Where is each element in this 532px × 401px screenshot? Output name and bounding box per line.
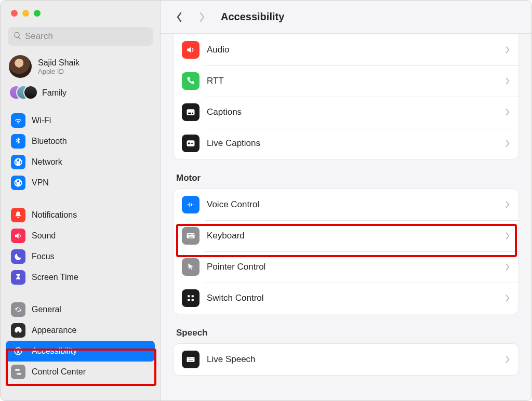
row-label: Voice Control [207, 199, 498, 210]
minimize-window-button[interactable] [22, 10, 29, 17]
row-pointer[interactable]: Pointer Control [174, 251, 518, 283]
sidebar-item-label: General [32, 305, 61, 314]
sidebar-item-vpn[interactable]: VPN [6, 172, 155, 193]
row-label: Switch Control [207, 293, 498, 303]
sidebar-item-label: Appearance [32, 326, 76, 335]
sidebar-list: Wi-FiBluetoothNetworkVPNNotificationsSou… [1, 108, 160, 400]
globe-icon [11, 176, 25, 190]
family-label: Family [42, 88, 66, 98]
row-label: Audio [207, 45, 498, 55]
search-icon [13, 31, 25, 42]
hearing-group: AudioRTTCaptionsLive Captions [173, 34, 519, 159]
sidebar-item-wifi[interactable]: Wi-Fi [6, 110, 155, 131]
caption-icon [182, 103, 200, 121]
sidebar-gap [6, 193, 155, 205]
row-livespeech[interactable]: Live Speech [174, 344, 518, 375]
sidebar-item-label: Focus [32, 252, 55, 261]
keyboard-icon [182, 227, 200, 245]
sidebar-item-label: Network [32, 157, 62, 167]
livecaption-icon [182, 135, 200, 152]
row-rtt[interactable]: RTT [174, 65, 518, 97]
row-label: Live Captions [207, 138, 498, 149]
sidebar-item-label: Notifications [32, 210, 77, 220]
row-voicecontrol[interactable]: Voice Control [174, 189, 518, 220]
row-label: Captions [207, 107, 498, 117]
sidebar-item-general[interactable]: General [6, 299, 155, 320]
row-livecaptions[interactable]: Live Captions [174, 128, 518, 159]
switches-icon [11, 365, 25, 379]
chevron-right-icon [505, 77, 510, 85]
sidebar-item-appearance[interactable]: Appearance [6, 320, 155, 341]
sidebar-item-label: Accessibility [32, 346, 77, 356]
sidebar-item-label: Bluetooth [32, 137, 67, 146]
zoom-window-button[interactable] [34, 10, 41, 17]
chevron-right-icon [505, 232, 510, 240]
sidebar-item-label: Sound [32, 231, 56, 240]
settings-window: Sajid Shaik Apple ID Family Wi-FiBluetoo… [0, 0, 532, 401]
account-subtitle: Apple ID [38, 68, 79, 75]
bluetooth-icon [11, 134, 25, 149]
sidebar-item-label: Screen Time [32, 273, 78, 282]
search-field[interactable] [8, 27, 153, 46]
row-keyboard[interactable]: Keyboard [174, 220, 518, 251]
sidebar-item-label: Control Center [32, 367, 86, 377]
wave-icon [182, 196, 200, 213]
row-captions[interactable]: Captions [174, 97, 518, 128]
sidebar-item-controlcenter[interactable]: Control Center [6, 362, 155, 382]
page-title: Accessibility [221, 11, 284, 23]
motor-group: Voice ControlKeyboardPointer ControlSwit… [173, 189, 519, 314]
chevron-right-icon [505, 46, 510, 54]
row-label: Pointer Control [207, 262, 498, 272]
chevron-right-icon [505, 200, 510, 209]
keyboard-icon [182, 351, 200, 368]
bell-icon [11, 208, 25, 222]
header: Accessibility [161, 1, 531, 34]
chevron-right-icon [505, 263, 510, 271]
apple-id-account[interactable]: Sajid Shaik Apple ID [1, 51, 160, 82]
speaker-icon [11, 229, 25, 243]
sidebar-item-bluetooth[interactable]: Bluetooth [6, 131, 155, 152]
sidebar-gap [6, 288, 155, 299]
window-controls [1, 5, 160, 20]
speech-section-title: Speech [176, 328, 519, 338]
sidebar-item-accessibility[interactable]: Accessibility [6, 341, 155, 362]
chevron-right-icon [505, 139, 510, 148]
main-panel: Accessibility AudioRTTCaptionsLive Capti… [161, 1, 531, 400]
sidebar-item-label: Wi-Fi [32, 116, 51, 125]
chevron-right-icon [505, 355, 510, 364]
sidebar-item-focus[interactable]: Focus [6, 246, 155, 267]
row-switch[interactable]: Switch Control [174, 283, 518, 314]
speech-group: Live Speech [173, 343, 519, 376]
moon-icon [11, 249, 25, 264]
sidebar-item-sound[interactable]: Sound [6, 225, 155, 246]
chevron-right-icon [505, 294, 510, 302]
family-row[interactable]: Family [1, 82, 160, 108]
sidebar-item-network[interactable]: Network [6, 152, 155, 172]
wifi-icon [11, 113, 25, 128]
forward-button[interactable] [193, 8, 211, 26]
row-audio[interactable]: Audio [174, 34, 518, 65]
row-label: RTT [207, 76, 498, 86]
sidebar-item-label: VPN [32, 178, 49, 188]
family-avatars [9, 85, 36, 101]
phone-icon [182, 72, 200, 90]
avatar [9, 55, 32, 78]
row-label: Live Speech [207, 354, 498, 365]
appearance-icon [11, 323, 25, 338]
globe-icon [11, 155, 25, 169]
chevron-right-icon [505, 108, 510, 116]
back-button[interactable] [170, 8, 189, 26]
speaker-icon [182, 41, 200, 59]
account-name: Sajid Shaik [38, 58, 79, 68]
sidebar-item-screentime[interactable]: Screen Time [6, 267, 155, 288]
sidebar: Sajid Shaik Apple ID Family Wi-FiBluetoo… [1, 1, 161, 400]
motor-section-title: Motor [176, 173, 519, 183]
hourglass-icon [11, 270, 25, 285]
sidebar-item-notifications[interactable]: Notifications [6, 205, 155, 225]
close-window-button[interactable] [11, 10, 18, 17]
row-label: Keyboard [207, 231, 498, 241]
search-input[interactable] [25, 31, 148, 42]
gear-icon [11, 302, 25, 317]
content-scroll[interactable]: AudioRTTCaptionsLive Captions Motor Voic… [161, 34, 531, 400]
grid-icon [182, 289, 200, 307]
